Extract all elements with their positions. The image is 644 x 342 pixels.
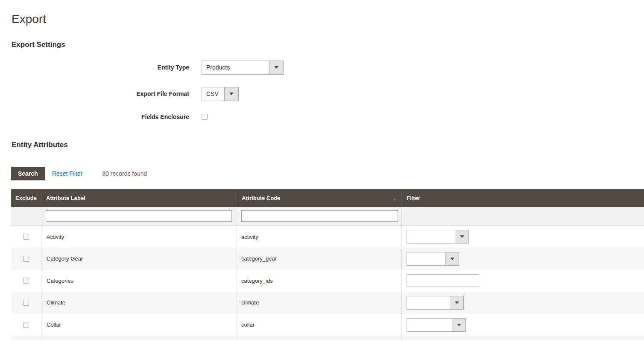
file-format-value: CSV (202, 87, 224, 101)
exclude-checkbox[interactable] (23, 278, 29, 284)
fields-enclosure-label: Fields Enclosure (12, 113, 189, 120)
chevron-down-icon[interactable] (224, 87, 238, 101)
row-filter-select[interactable] (407, 318, 466, 332)
column-header-filter: Filter (401, 189, 644, 207)
table-header-row: Exclude Attribute Label Attribute Code ↓… (11, 189, 644, 207)
page-title: Export (12, 12, 644, 26)
table-row: Category Gear category_gear (11, 248, 644, 270)
row-filter-input[interactable] (407, 274, 479, 287)
attribute-label-cell: Climate (41, 292, 237, 314)
column-header-attribute-label[interactable]: Attribute Label (41, 189, 237, 207)
column-header-exclude: Exclude (11, 189, 41, 207)
attribute-label-cell: Category Gear (41, 248, 237, 270)
attribute-label-filter-input[interactable] (46, 210, 232, 222)
row-filter-select[interactable] (407, 230, 469, 243)
chevron-down-icon[interactable] (269, 61, 283, 74)
file-format-select[interactable]: CSV (202, 87, 239, 101)
table-row: Activity activity (11, 226, 644, 248)
exclude-checkbox[interactable] (23, 234, 29, 240)
table-filter-row (11, 207, 644, 226)
exclude-checkbox[interactable] (23, 256, 29, 262)
attribute-code-filter-input[interactable] (241, 210, 398, 222)
attribute-code-cell: activity (237, 226, 401, 248)
exclude-checkbox[interactable] (23, 300, 29, 306)
chevron-down-icon[interactable] (455, 230, 468, 243)
entity-type-row: Entity Type Products (12, 61, 644, 75)
records-found-text: 80 records found (102, 170, 147, 177)
table-row: Collar collar (11, 314, 644, 336)
row-filter-select[interactable] (407, 296, 464, 310)
column-header-attribute-code[interactable]: Attribute Code ↓ (237, 189, 401, 207)
row-filter-select[interactable] (407, 252, 459, 266)
reset-filter-link[interactable]: Reset Filter (52, 170, 83, 177)
sort-descending-icon: ↓ (393, 195, 396, 202)
attribute-code-cell: category_ids (237, 270, 401, 292)
entity-type-label: Entity Type (12, 64, 189, 71)
fields-enclosure-row: Fields Enclosure (12, 113, 644, 120)
chevron-down-icon[interactable] (450, 296, 463, 309)
entity-type-select[interactable]: Products (202, 61, 284, 75)
file-format-row: Export File Format CSV (12, 87, 644, 101)
filter-cell-code (237, 207, 401, 225)
grid-toolbar: Search Reset Filter 80 records found (11, 167, 644, 180)
table-row: Categories category_ids (11, 270, 644, 292)
chevron-down-icon[interactable] (445, 252, 459, 265)
search-button[interactable]: Search (11, 167, 45, 180)
filter-cell-filter (401, 207, 644, 225)
entity-attributes-heading: Entity Attributes (12, 141, 644, 149)
fields-enclosure-checkbox[interactable] (202, 114, 208, 120)
table-row: Climate climate (11, 292, 644, 314)
attribute-code-cell: collar (237, 314, 401, 336)
attribute-label-cell: Activity (41, 226, 237, 248)
chevron-down-icon[interactable] (452, 319, 465, 331)
table-row-partial (11, 336, 644, 340)
filter-cell-exclude (11, 207, 41, 225)
entity-type-value: Products (202, 61, 269, 74)
filter-cell-label (41, 207, 237, 225)
attribute-label-cell: Collar (41, 314, 237, 336)
attribute-label-cell: Categories (41, 270, 237, 292)
attributes-table: Exclude Attribute Label Attribute Code ↓… (11, 189, 644, 340)
attribute-code-header-text: Attribute Code (242, 195, 280, 201)
export-page: Export Export Settings Entity Type Produ… (0, 0, 644, 342)
attribute-code-cell: climate (237, 292, 401, 314)
attribute-code-cell: category_gear (237, 248, 401, 270)
export-settings-form: Entity Type Products Export File Format … (12, 61, 644, 120)
file-format-label: Export File Format (12, 90, 189, 97)
exclude-checkbox[interactable] (23, 322, 29, 328)
export-settings-heading: Export Settings (12, 41, 644, 49)
